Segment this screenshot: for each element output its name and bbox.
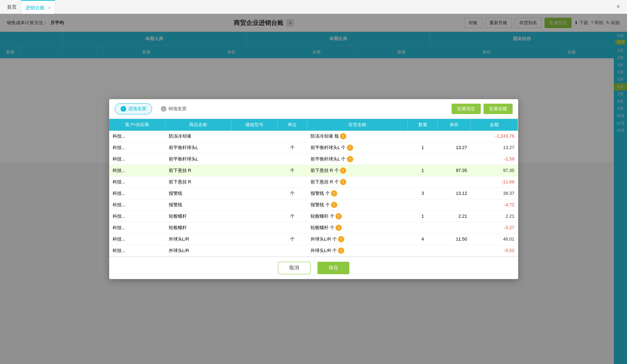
cell-spec bbox=[232, 245, 278, 256]
cell-supplier: 科技... bbox=[109, 188, 165, 199]
cell-unit-price bbox=[437, 153, 471, 165]
window-close-icon[interactable]: × bbox=[612, 3, 624, 10]
cell-supplier: 科技... bbox=[109, 153, 165, 165]
cell-inventory-name: 防冻冷却液 瓶 ! bbox=[307, 131, 408, 142]
cell-inventory-name: 外球头L/R 个 ! bbox=[307, 233, 408, 245]
cell-quantity bbox=[408, 222, 437, 233]
invoice-out-icon: ◻ bbox=[161, 106, 166, 112]
warn-icon: ! bbox=[331, 190, 337, 197]
cell-product-name: 前平衡杆球头L bbox=[165, 153, 232, 165]
warn-icon: ! bbox=[347, 145, 353, 151]
cell-supplier: 科技... bbox=[109, 245, 165, 256]
col-quantity: 数量 bbox=[408, 119, 437, 131]
cell-unit: 个 bbox=[278, 210, 307, 222]
cell-unit bbox=[278, 153, 307, 165]
tab-input-invoice[interactable]: ✓ 进项发票 bbox=[115, 103, 152, 114]
batch-create-button[interactable]: 批量创建 bbox=[484, 104, 513, 114]
warn-icon: ! bbox=[336, 213, 342, 219]
cell-amount: 97.35 bbox=[471, 165, 518, 176]
cell-quantity: 3 bbox=[408, 188, 437, 199]
table-row: 科技... 前平衡杆球头L 个 前平衡杆球头L 个 ! 1 13.27 13.2… bbox=[109, 142, 518, 153]
invoice-in-icon: ✓ bbox=[121, 106, 126, 112]
warn-icon: ! bbox=[347, 156, 353, 162]
cell-inventory-name: 前下悬挂 R 个 ! bbox=[307, 165, 408, 176]
cell-quantity: 1 bbox=[408, 142, 437, 153]
cell-unit-price bbox=[437, 245, 471, 256]
table-row: 科技... 报警线 报警线 个 ! -4.72 bbox=[109, 199, 518, 210]
table-row: 科技... 前下悬挂 R 前下悬挂 R 个 ! -11.68 bbox=[109, 176, 518, 188]
cell-amount: -11.68 bbox=[471, 176, 518, 188]
cell-unit-price: 11.50 bbox=[437, 233, 471, 245]
main-content: 销售成本计算方法： 月平均 商贸企业进销台账 ≡ 对账 重新开账 存货别名 生成… bbox=[0, 14, 627, 364]
cell-supplier: 科技... bbox=[109, 165, 165, 176]
cell-spec bbox=[232, 142, 278, 153]
cell-amount: 46.01 bbox=[471, 233, 518, 245]
cell-quantity: 1 bbox=[408, 210, 437, 222]
table-row: 科技... 外球头L/R 个 外球头L/R 个 ! 4 11.50 46.01 bbox=[109, 233, 518, 245]
col-supplier: 客户/供应商 bbox=[109, 119, 165, 131]
cell-unit-price bbox=[437, 222, 471, 233]
tab-close-icon[interactable]: × bbox=[48, 6, 51, 10]
cell-supplier: 科技... bbox=[109, 131, 165, 142]
table-row: 科技... 前平衡杆球头L 前平衡杆球头L 个 ! -1.59 bbox=[109, 153, 518, 165]
table-row: 科技... 报警线 个 报警线 个 ! 3 13.12 39.37 bbox=[109, 188, 518, 199]
cell-product-name: 外球头L/R bbox=[165, 233, 232, 245]
cell-quantity: 1 bbox=[408, 165, 437, 176]
cell-spec bbox=[232, 188, 278, 199]
cell-product-name: 前平衡杆球头L bbox=[165, 142, 232, 153]
cell-supplier: 科技... bbox=[109, 199, 165, 210]
cell-spec bbox=[232, 222, 278, 233]
batch-assign-button[interactable]: 批量指定 bbox=[452, 104, 481, 114]
col-unit: 单位 bbox=[278, 119, 307, 131]
cell-inventory-name: 前平衡杆球头L 个 ! bbox=[307, 142, 408, 153]
cell-inventory-name: 报警线 个 ! bbox=[307, 188, 408, 199]
cell-unit: 个 bbox=[278, 188, 307, 199]
cell-supplier: 科技... bbox=[109, 233, 165, 245]
cell-product-name: 轮毂螺杆 bbox=[165, 210, 232, 222]
cell-unit bbox=[278, 131, 307, 142]
cell-spec bbox=[232, 131, 278, 142]
cell-quantity bbox=[408, 176, 437, 188]
modal-table: 客户/供应商 商品名称 规格型号 单位 存货名称 数量 单价 金额 科技... … bbox=[109, 119, 518, 257]
cell-amount: -1.59 bbox=[471, 153, 518, 165]
table-row: 科技... 前下悬挂 R 个 前下悬挂 R 个 ! 1 97.35 97.35 bbox=[109, 165, 518, 176]
cell-product-name: 报警线 bbox=[165, 199, 232, 210]
col-inventory-name: 存货名称 bbox=[307, 119, 408, 131]
cell-unit bbox=[278, 222, 307, 233]
warn-icon: ! bbox=[336, 225, 342, 231]
modal-overlay: ✓ 进项发票 ◻ 销项发票 批量指定 批量创建 × bbox=[0, 14, 627, 364]
warn-icon: ! bbox=[338, 248, 344, 254]
cell-product-name: 轮毂螺杆 bbox=[165, 222, 232, 233]
modal-close-button[interactable]: × bbox=[510, 103, 513, 111]
tab-home[interactable]: 首页 bbox=[3, 0, 21, 14]
cell-quantity: 4 bbox=[408, 233, 437, 245]
cell-unit-price bbox=[437, 199, 471, 210]
cell-spec bbox=[232, 165, 278, 176]
cancel-button[interactable]: 取消 bbox=[278, 262, 311, 274]
cell-unit-price bbox=[437, 131, 471, 142]
modal-table-container[interactable]: 客户/供应商 商品名称 规格型号 单位 存货名称 数量 单价 金额 科技... … bbox=[109, 119, 518, 257]
cell-inventory-name: 轮毂螺杆 个 ! bbox=[307, 222, 408, 233]
cell-unit: 个 bbox=[278, 142, 307, 153]
warn-icon: ! bbox=[340, 179, 346, 185]
tab-ledger[interactable]: 进销台账 × bbox=[21, 0, 55, 14]
cell-inventory-name: 前平衡杆球头L 个 ! bbox=[307, 153, 408, 165]
cell-unit: 个 bbox=[278, 233, 307, 245]
cell-supplier: 科技... bbox=[109, 176, 165, 188]
cell-spec bbox=[232, 176, 278, 188]
cell-unit-price: 13.12 bbox=[437, 188, 471, 199]
cell-amount: 39.37 bbox=[471, 188, 518, 199]
cell-product-name: 前下悬挂 R bbox=[165, 176, 232, 188]
cell-unit: 个 bbox=[278, 165, 307, 176]
cell-inventory-name: 外球头L/R 个 ! bbox=[307, 245, 408, 256]
cell-supplier: 科技... bbox=[109, 142, 165, 153]
tab-output-invoice[interactable]: ◻ 销项发票 bbox=[155, 103, 192, 114]
save-button[interactable]: 保存 bbox=[317, 262, 349, 274]
cell-amount: 2.21 bbox=[471, 210, 518, 222]
cell-quantity bbox=[408, 199, 437, 210]
batch-buttons: 批量指定 批量创建 bbox=[452, 104, 513, 114]
cell-inventory-name: 报警线 个 ! bbox=[307, 199, 408, 210]
cell-unit-price bbox=[437, 176, 471, 188]
cell-product-name: 报警线 bbox=[165, 188, 232, 199]
cell-amount: -4.72 bbox=[471, 199, 518, 210]
